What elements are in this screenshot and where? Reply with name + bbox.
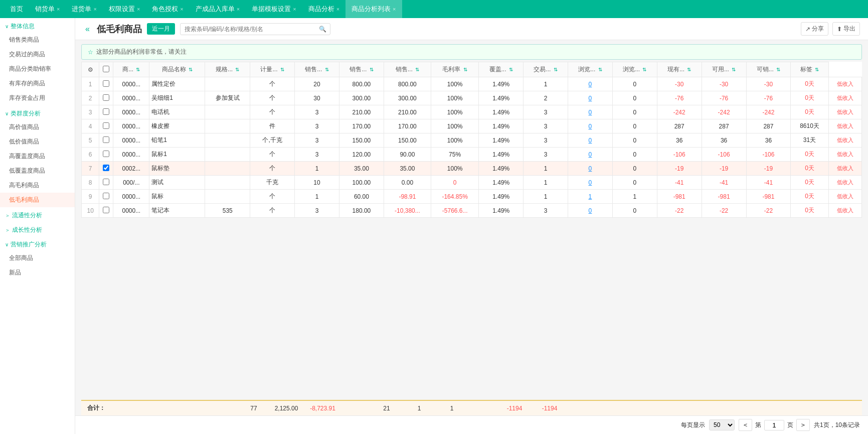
footer-qty: 77: [239, 405, 269, 412]
col-tag[interactable]: 标签 ⇅: [791, 62, 828, 77]
table-row-transactions[interactable]: 0: [568, 105, 613, 119]
table-row-usable: -22: [746, 204, 791, 218]
nav-permissions[interactable]: 权限设置 ×: [103, 0, 146, 18]
collapse-sidebar-button[interactable]: «: [83, 25, 92, 34]
col-sales-price[interactable]: 销售... ⇅: [339, 62, 384, 77]
table-container[interactable]: ⚙ 商... ⇅ 商品名称 ⇅ 规格... ⇅ 计量... ⇅ 销售... ⇅ …: [81, 62, 862, 400]
table-row-transactions[interactable]: 0: [568, 119, 613, 133]
table-row-transactions[interactable]: 0: [568, 162, 613, 176]
page-size-select[interactable]: 50 100 200: [709, 419, 735, 430]
search-input[interactable]: [180, 23, 330, 35]
table-row-transactions[interactable]: 0: [568, 133, 613, 148]
col-current[interactable]: 现有... ⇅: [657, 62, 702, 77]
share-button[interactable]: ↗ 分享: [801, 22, 828, 36]
sidebar-item-high-margin[interactable]: 高毛利商品: [0, 178, 75, 193]
sidebar-item-in-stock[interactable]: 有库存的商品: [0, 76, 75, 91]
col-sales-amount[interactable]: 销售... ⇅: [384, 62, 431, 77]
table-row-transactions[interactable]: 1: [568, 190, 613, 204]
col-spec[interactable]: 规格... ⇅: [205, 62, 250, 77]
table-row-tag: 低收入: [828, 162, 861, 176]
sidebar-item-new-goods[interactable]: 新品: [0, 265, 75, 280]
table-row-current: 36: [702, 133, 746, 148]
close-icon[interactable]: ×: [237, 6, 240, 12]
col-coverage[interactable]: 覆盖... ⇅: [479, 62, 524, 77]
col-browse1[interactable]: 浏览... ⇅: [568, 62, 613, 77]
table-row-checkbox[interactable]: [99, 204, 113, 218]
close-icon[interactable]: ×: [93, 6, 96, 12]
page-label: 第: [755, 421, 761, 429]
table-row-checkbox[interactable]: [99, 176, 113, 190]
col-unit[interactable]: 计量... ⇅: [250, 62, 295, 77]
table-row-browse2: -22: [657, 204, 702, 218]
nav-analysis[interactable]: 商品分析 ×: [302, 0, 345, 18]
table-row-num: 9: [82, 190, 99, 204]
nav-roles[interactable]: 角色授权 ×: [146, 0, 189, 18]
sidebar-group-growth[interactable]: ＞成长性分析: [0, 222, 75, 236]
sort-icon: ⇅: [280, 67, 284, 72]
table-row-amount: 300.00: [384, 91, 431, 105]
table-row-price: 120.00: [339, 148, 384, 162]
select-all-checkbox[interactable]: [103, 66, 109, 72]
sidebar-group-cluster[interactable]: ∨类群度分析: [0, 105, 75, 120]
col-checkbox[interactable]: [99, 62, 113, 77]
col-browse2[interactable]: 浏览... ⇅: [612, 62, 657, 77]
sidebar-item-all-goods[interactable]: 全部商品: [0, 251, 75, 265]
close-icon[interactable]: ×: [180, 6, 183, 12]
col-usable[interactable]: 可用... ⇅: [702, 62, 746, 77]
table-row-unit: 个: [250, 148, 295, 162]
nav-analysis-list[interactable]: 商品分析列表 ×: [345, 0, 402, 18]
nav-template[interactable]: 单据模板设置 ×: [246, 0, 302, 18]
table-row-checkbox[interactable]: [99, 162, 113, 176]
table-row-checkbox[interactable]: [99, 77, 113, 91]
nav-home[interactable]: 首页: [4, 0, 29, 18]
nav-product-inbound[interactable]: 产成品入库单 ×: [190, 0, 246, 18]
col-name[interactable]: 商品名称 ⇅: [149, 62, 205, 77]
table-row-checkbox[interactable]: [99, 190, 113, 204]
col-settings[interactable]: ⚙: [82, 62, 99, 77]
page-number-input[interactable]: [764, 420, 784, 430]
sidebar-group-flow[interactable]: ＞流通性分析: [0, 207, 75, 222]
sidebar-item-stock-capital[interactable]: 库存资金占用: [0, 91, 75, 105]
filter-period-button[interactable]: 近一月: [147, 23, 175, 35]
col-margin-rate[interactable]: 毛利率 ⇅: [431, 62, 479, 77]
sidebar-item-category-rate[interactable]: 商品分类助销率: [0, 62, 75, 76]
table-row-browse2: -76: [657, 91, 702, 105]
table-row-transactions[interactable]: 0: [568, 148, 613, 162]
nav-purchase[interactable]: 进货单 ×: [66, 0, 102, 18]
sidebar-group-overall[interactable]: ∨整体信息: [0, 18, 75, 33]
nav-sales[interactable]: 销货单 ×: [29, 0, 66, 18]
col-sales-qty[interactable]: 销售... ⇅: [295, 62, 339, 77]
sidebar-item-low-margin[interactable]: 低毛利商品: [0, 193, 75, 207]
sidebar-item-low-value[interactable]: 低价值商品: [0, 134, 75, 149]
table-row-spec: 535: [205, 204, 250, 218]
sidebar-item-low-coverage[interactable]: 低覆盖度商品: [0, 164, 75, 178]
sidebar-item-traded-goods[interactable]: 交易过的商品: [0, 47, 75, 62]
close-icon[interactable]: ×: [293, 6, 296, 12]
table-row-transactions[interactable]: 0: [568, 77, 613, 91]
table-row-transactions[interactable]: 0: [568, 91, 613, 105]
close-icon[interactable]: ×: [57, 6, 60, 12]
table-row-spec: [205, 133, 250, 148]
export-button[interactable]: ⬆ 导出: [832, 22, 860, 36]
table-row-checkbox[interactable]: [99, 119, 113, 133]
sidebar-group-marketing[interactable]: ∨营销推广分析: [0, 236, 75, 251]
table-row-transactions[interactable]: 0: [568, 204, 613, 218]
col-code[interactable]: 商... ⇅: [113, 62, 149, 77]
table-row-checkbox[interactable]: [99, 105, 113, 119]
close-icon[interactable]: ×: [336, 6, 339, 12]
search-box: 🔍: [180, 23, 330, 35]
prev-page-button[interactable]: ＜: [739, 419, 752, 431]
table-row-checkbox[interactable]: [99, 91, 113, 105]
table-row-price: 150.00: [339, 133, 384, 148]
sidebar-item-high-coverage[interactable]: 高覆盖度商品: [0, 149, 75, 164]
table-row-transactions[interactable]: 0: [568, 176, 613, 190]
close-icon[interactable]: ×: [393, 6, 396, 12]
col-saleable[interactable]: 可销... ⇅: [746, 62, 791, 77]
sidebar-item-sales-goods[interactable]: 销售类商品: [0, 33, 75, 47]
close-icon[interactable]: ×: [137, 6, 140, 12]
table-row-checkbox[interactable]: [99, 133, 113, 148]
table-row-checkbox[interactable]: [99, 148, 113, 162]
sidebar-item-high-value[interactable]: 高价值商品: [0, 120, 75, 134]
col-transactions[interactable]: 交易... ⇅: [524, 62, 568, 77]
next-page-button[interactable]: ＞: [796, 419, 810, 431]
